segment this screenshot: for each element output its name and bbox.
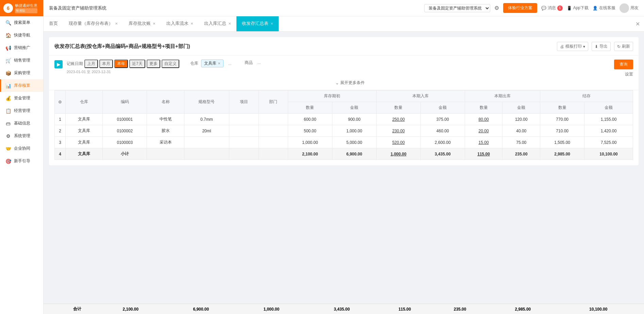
sidebar-item-quick-nav[interactable]: 🏠 快捷导航 [0,29,43,42]
th-out-qty: 数量 [465,102,502,114]
sidebar-item-operations[interactable]: 📋 经营管理 [0,104,43,117]
experience-button[interactable]: 体验行业方案 [503,3,537,13]
date-btn-prev-month[interactable]: 上月 [84,60,98,68]
base-info-icon: 🗃 [5,121,11,126]
sidebar-item-search[interactable]: 🔍 搜索菜单 [0,16,43,29]
marketing-icon: 📢 [5,45,11,51]
sidebar-item-label: 营销推广 [14,45,30,51]
th-spec: 规格型号 [184,90,229,114]
tab-in-out-summary[interactable]: 出入库汇总 ✕ [199,16,236,31]
sidebar-item-guide[interactable]: 🎯 新手引导 [0,155,43,167]
tab-label: 现存量（库存分布表） [69,20,113,27]
sidebar-item-label: 采购管理 [14,70,30,76]
sidebar-item-inventory[interactable]: 📊 库存核算 [0,79,43,92]
cell-out-qty-link[interactable]: 80.00 [465,114,502,125]
print-icon: 🖨 [560,44,564,49]
cell-subtotal-open-qty: 2,100.00 [288,148,332,160]
sidebar-item-purchase[interactable]: 📦 采购管理 [0,67,43,79]
cell-code: 0100001 [103,114,147,125]
cell-dept [259,125,288,137]
date-btn-7days[interactable]: 近7天 [129,60,145,68]
message-icon: 💬 [541,6,546,11]
export-button[interactable]: ⬇ 导出 [592,42,611,51]
sidebar-item-enterprise[interactable]: 🤝 企业协同 [0,142,43,155]
messages-button[interactable]: 💬 消息 6 [541,5,563,11]
tab-home-label: 首页 [49,20,58,27]
inventory-icon: 📊 [5,83,11,88]
tab-receive-send-summary[interactable]: 收发存汇总表 ✕ [236,16,279,31]
app-selector[interactable]: 装备及固定资产辅助管理系统 [424,4,490,12]
warehouse-tag-close[interactable]: ✕ [218,62,220,65]
cell-subtotal-out-qty[interactable]: 115.00 [465,148,502,160]
settings-button[interactable]: ⚙ [494,5,499,11]
footer-cell-label: 合计 [59,306,95,312]
date-btn-more[interactable]: 更多 [147,60,160,68]
cell-in-amt: 375.00 [420,114,465,125]
sidebar-item-sales[interactable]: 🛒 销售管理 [0,54,43,67]
th-settings[interactable]: ⚙ [55,90,66,114]
tab-bar-close-icon[interactable]: ✕ [631,21,644,27]
query-button[interactable]: 查询 [614,60,633,69]
cell-no: 3 [55,137,66,148]
th-in-group: 本期入库 [376,90,465,102]
sidebar-item-base-info[interactable]: 🗃 基础信息 [0,117,43,130]
sidebar-item-marketing[interactable]: 📢 营销推广 [0,42,43,54]
finance-icon: 💰 [5,96,11,101]
cell-in-qty-link[interactable]: 250.00 [376,114,420,125]
tab-close-icon[interactable]: ✕ [115,22,118,26]
print-button[interactable]: 🖨 模板打印 ▾ [557,42,588,51]
footer-cell-in-amt: 3,435.00 [307,306,377,312]
product-more-btn[interactable]: ... [255,60,263,66]
refresh-button[interactable]: ↻ 刷新 [614,42,633,51]
sales-icon: 🛒 [5,58,11,63]
th-out-amt: 金额 [502,102,540,114]
date-filter-row: 记账日期 上月 本月 本年 近7天 更多 自定义 [67,60,179,68]
warehouse-more-btn[interactable]: ... [226,61,234,67]
tab-close-icon[interactable]: ✕ [153,22,155,26]
user-menu[interactable]: 用友 [620,3,639,13]
sidebar-item-system[interactable]: ⚙ 系统管理 [0,130,43,142]
online-service-button[interactable]: 👤 在线客服 [593,5,615,11]
th-name: 名称 [147,90,184,114]
footer-cell-open-qty: 2,100.00 [95,306,166,312]
tab-in-out-flow[interactable]: 出入库流水 ✕ [161,16,199,31]
tab-close-icon[interactable]: ✕ [191,22,193,26]
print-label: 模板打印 [565,44,582,49]
footer-total-row: 合计 2,100.00 6,900.00 1,000.00 3,435.00 1… [49,306,639,312]
warehouse-tag-value: 文具库 [204,61,216,66]
cell-out-qty-link[interactable]: 15.00 [465,137,502,148]
expand-button[interactable]: ⌄ 展开更多条件 [335,80,365,86]
sidebar-item-finance[interactable]: 💰 资金管理 [0,92,43,104]
expand-icon: ⌄ [335,81,339,85]
cell-close-amt: 7,525.00 [584,137,633,148]
cell-subtotal-open-amt: 6,900.00 [332,148,376,160]
filter-settings-link[interactable]: 设置 [625,71,633,77]
date-filter-label: 记账日期 [67,61,83,67]
sidebar-item-label: 搜索菜单 [14,20,30,26]
cell-out-amt: 40.00 [502,125,540,137]
app-download-button[interactable]: 📱 App下载 [567,5,589,11]
online-service-label: 在线客服 [599,5,615,11]
date-btn-this-month[interactable]: 本月 [99,60,113,68]
cell-name: 胶水 [147,125,184,137]
enterprise-icon: 🤝 [5,146,11,151]
cell-subtotal-in-qty[interactable]: 1,000.00 [376,148,420,160]
footer-cell-close-amt: 10,100.00 [558,306,639,312]
cell-in-qty-link[interactable]: 520.00 [376,137,420,148]
tab-close-icon[interactable]: ✕ [228,22,231,26]
tab-inventory-distribution[interactable]: 现存量（库存分布表） ✕ [63,16,123,31]
cell-in-qty-link[interactable]: 230.00 [376,125,420,137]
tab-home[interactable]: 首页 [44,16,63,31]
cell-subtotal-in-amt: 3,435.00 [420,148,465,160]
footer-cell-empty1 [49,306,59,312]
tab-batch-account[interactable]: 库存批次账 ✕ [123,16,161,31]
tab-close-icon[interactable]: ✕ [270,22,273,26]
cell-out-qty-link[interactable]: 20.00 [465,125,502,137]
sidebar-item-label: 基础信息 [14,120,30,126]
sidebar-item-label: 系统管理 [14,133,30,139]
cell-project [229,125,259,137]
date-btn-this-year[interactable]: 本年 [114,60,128,68]
service-icon: 👤 [593,6,598,11]
filter-toggle-button[interactable]: ▶ [54,60,63,68]
date-btn-custom[interactable]: 自定义 [162,60,179,68]
